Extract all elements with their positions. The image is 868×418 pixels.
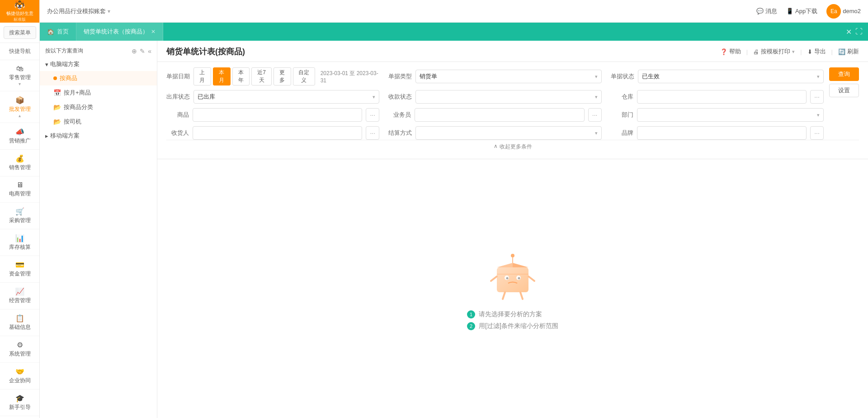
by-cashier-icon: 📂 [53,118,61,125]
receipt-status-select[interactable]: ▾ [415,90,601,104]
scheme-item-by-cashier[interactable]: 📂 按司机 [40,114,157,129]
date-buttons: 上月 本月 本年 近7天 更多 自定义 [193,67,315,86]
refresh-button[interactable]: 🔄 刷新 [838,48,859,56]
topbar-right: 💬 消息 📱 App下载 Ea demo2 [756,4,861,19]
message-button[interactable]: 💬 消息 [756,7,777,15]
scheme-item-by-product[interactable]: 按商品 [40,71,157,86]
date-btn-custom[interactable]: 自定义 [293,67,315,86]
sidebar-item-finance[interactable]: 💳 资金管理 [0,256,39,283]
sidebar: 🐯 畅捷信好生意 标准版 搜索菜单 快捷导航 🛍 零售管理 ▾ 📦 批发管理 ▴… [0,0,40,418]
out-status-select[interactable]: 已出库 ▾ [193,90,379,104]
recipient-ellipsis[interactable]: ··· [366,126,379,140]
sidebar-item-basic[interactable]: 📋 基础信息 [0,309,39,336]
sep2: | [800,48,802,55]
recipient-input[interactable] [193,126,362,140]
sidebar-item-inventory[interactable]: 📊 库存核算 [0,229,39,256]
doc-type-field: 单据类型 销货单 ▾ [388,70,601,83]
panel-header: 按以下方案查询 ⊕ ✎ « [40,44,157,57]
logo-icon: 🐯 [14,0,25,10]
collapse-label: 收起更多条件 [500,143,532,151]
avatar: Ea [826,4,841,19]
mobile-group-arrow: ▸ [45,133,48,139]
panel-add-button[interactable]: ⊕ [132,48,137,55]
doc-type-arrow: ▾ [595,74,598,80]
wholesale-label: 批发管理 [9,105,31,113]
filter-row-3: 商品 ··· 业务员 ··· [166,108,824,122]
svg-line-11 [528,276,534,281]
print-button[interactable]: 🖨 按模板打印 ▾ [753,48,795,56]
sidebar-item-system[interactable]: ⚙ 系统管理 [0,336,39,363]
brand-ellipsis[interactable]: ··· [810,126,824,140]
panel-collapse-button[interactable]: « [148,48,151,55]
department-select[interactable]: ▾ [637,108,824,122]
tab-sales-stats[interactable]: 销货单统计表（按商品） ✕ [76,23,163,41]
sidebar-item-retail[interactable]: 🛍 零售管理 ▾ [0,60,39,91]
logo-subtext: 标准版 [14,17,26,23]
brand-control: ··· [637,126,824,140]
collapse-arrow: ∧ [494,143,498,151]
payment-select[interactable]: ▾ [415,126,601,140]
sidebar-item-ecommerce[interactable]: 🖥 电商管理 [0,176,39,203]
settings-button[interactable]: 设置 [829,84,859,97]
sidebar-item-apps[interactable]: 🔲 应用中心 [0,416,39,418]
marketing-icon: 📣 [15,128,24,136]
product-input[interactable] [193,108,362,122]
collapse-row[interactable]: ∧ 收起更多条件 [166,140,859,153]
brand-label: 品牌 [611,129,633,137]
search-menu-button[interactable]: 搜索菜单 [4,26,36,39]
sidebar-item-sales[interactable]: 💰 销售管理 [0,150,39,176]
date-btn-this-month[interactable]: 本月 [213,67,231,86]
doc-status-value: 已生效 [642,72,660,81]
doc-status-label: 单据状态 [611,72,634,81]
wholesale-expand-arrow: ▴ [19,113,21,118]
home-icon: 🏠 [47,28,54,35]
scheme-group-mobile-header[interactable]: ▸ 移动端方案 [40,129,157,142]
out-status-control: 已出库 ▾ [193,90,379,104]
scheme-item-product-category[interactable]: 📂 按商品分类 [40,100,157,114]
tab-home[interactable]: 🏠 首页 [40,23,76,41]
date-btn-7days[interactable]: 近7天 [251,67,272,86]
date-btn-this-year[interactable]: 本年 [232,67,250,86]
doc-status-select[interactable]: 已生效 ▾ [638,70,824,83]
product-control: ··· [193,108,379,122]
sidebar-item-enterprise[interactable]: 🤝 企业协同 [0,363,39,390]
brand-input[interactable] [637,126,807,140]
topbar-title-arrow[interactable]: ▾ [108,8,110,14]
warehouse-ellipsis[interactable]: ··· [810,90,824,104]
doc-type-select[interactable]: 销货单 ▾ [415,70,601,83]
tab-maximize-button[interactable]: ⛶ [855,28,863,36]
sidebar-item-newbie[interactable]: 🎓 新手引导 [0,390,39,416]
purchase-icon: 🛒 [15,207,24,216]
query-button[interactable]: 查询 [829,67,859,81]
salesperson-ellipsis[interactable]: ··· [588,108,602,122]
warehouse-input[interactable] [637,90,807,104]
date-btn-last-month[interactable]: 上月 [193,67,211,86]
logo-text: 畅捷信好生意 [6,10,33,17]
sidebar-item-wholesale[interactable]: 📦 批发管理 ▴ [0,91,39,123]
by-product-label: 按商品 [60,74,77,82]
mobile-group-label: 移动端方案 [50,132,80,140]
print-label: 按模板打印 [761,48,790,56]
date-btn-more[interactable]: 更多 [274,67,291,86]
tab-close-window-button[interactable]: ✕ [846,28,852,36]
app-download-button[interactable]: 📱 App下载 [786,7,817,15]
sidebar-item-purchase[interactable]: 🛒 采购管理 [0,203,39,229]
pc-group-label: 电脑端方案 [50,60,80,68]
export-button[interactable]: ⬇ 导出 [807,48,826,56]
scheme-item-month-product[interactable]: 📅 按月+商品 [40,86,157,100]
tab-close-button[interactable]: ✕ [151,28,156,35]
topbar-title-text: 办公用品行业模拟账套 [47,7,106,15]
help-button[interactable]: ❓ 帮助 [720,48,741,56]
filter-fields: 单据日期 上月 本月 本年 近7天 更多 自定义 [166,67,824,140]
user-profile[interactable]: Ea demo2 [826,4,861,19]
sidebar-item-operations[interactable]: 📈 经营管理 [0,283,39,309]
salesperson-input[interactable] [415,108,584,122]
product-ellipsis[interactable]: ··· [366,108,379,122]
scheme-group-pc-header[interactable]: ▾ 电脑端方案 [40,57,157,71]
receipt-status-control: ▾ [415,90,601,104]
panel-edit-button[interactable]: ✎ [140,48,145,55]
sidebar-item-marketing[interactable]: 📣 营销推广 [0,123,39,150]
hint-num-2: 2 [467,322,475,330]
hint-text-2: 用[过滤]条件来缩小分析范围 [479,322,558,330]
svg-marker-1 [497,263,513,267]
